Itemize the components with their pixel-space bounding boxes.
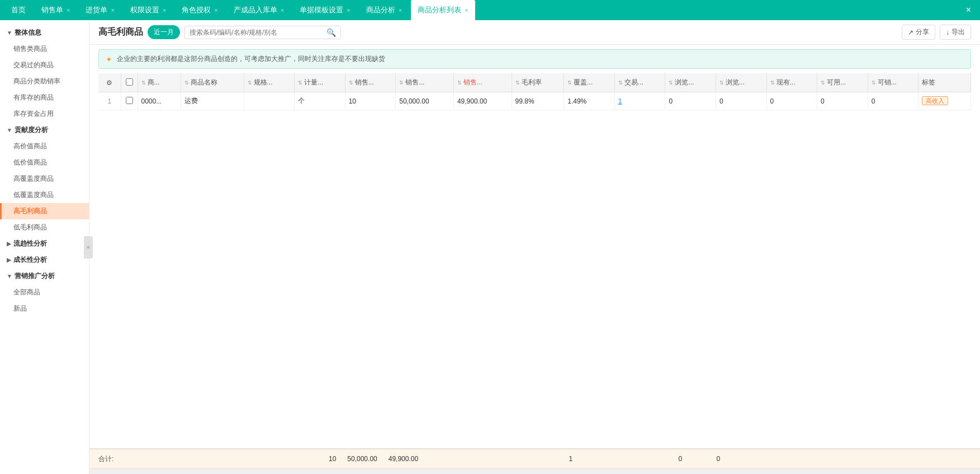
row-saleable: 0 [868, 92, 919, 110]
tab-products-in[interactable]: 产成品入库单 × [227, 0, 291, 20]
table-container: ⚙ ⇅ 商... ⇅ [89, 73, 980, 448]
sidebar-item-category-assist[interactable]: 商品分类助销率 [0, 73, 89, 90]
sidebar-group-growth[interactable]: ▶ 成长性分析 [0, 252, 89, 268]
search-icon: 🔍 [326, 28, 336, 37]
chevron-down-icon: ▼ [7, 30, 12, 36]
tab-products-in-close[interactable]: × [281, 7, 284, 13]
col-available[interactable]: ⇅ 可用... [817, 73, 868, 92]
col-transaction[interactable]: ⇅ 交易... [614, 73, 665, 92]
chevron-down-icon-3: ▼ [7, 273, 12, 279]
col-settings[interactable]: ⚙ [98, 73, 121, 92]
col-name[interactable]: ⇅ 商品名称 [181, 73, 244, 92]
share-button[interactable]: ↗ 分享 [902, 25, 935, 40]
sidebar-group-contribution[interactable]: ▼ 贡献度分析 [0, 122, 89, 138]
sidebar-item-high-coverage[interactable]: 高覆盖度商品 [0, 171, 89, 187]
col-code[interactable]: ⇅ 商... [138, 73, 181, 92]
sidebar-item-high-value[interactable]: 高价值商品 [0, 138, 89, 154]
row-current: 0 [766, 92, 817, 110]
tab-home[interactable]: 首页 [4, 0, 32, 20]
sidebar-group-marketing[interactable]: ▼ 营销推广分析 [0, 268, 89, 284]
tab-analysis-list[interactable]: 商品分析列表 × [411, 0, 475, 20]
col-unit[interactable]: ⇅ 计量... [295, 73, 345, 92]
tag-badge: 高收入 [922, 96, 948, 105]
tab-sales-close[interactable]: × [67, 7, 70, 13]
tab-roles-close[interactable]: × [214, 7, 217, 13]
row-tag: 高收入 [919, 92, 971, 110]
tab-analysis-list-close[interactable]: × [465, 7, 468, 13]
tab-product-analysis-label: 商品分析 [366, 5, 395, 15]
tab-permissions-close[interactable]: × [163, 7, 166, 13]
col-sort-icon-7: ⇅ [457, 80, 462, 86]
sidebar-item-new-goods[interactable]: 新品 [0, 301, 89, 317]
sidebar-item-low-value[interactable]: 低价值商品 [0, 154, 89, 171]
tab-purchase-close[interactable]: × [111, 7, 114, 13]
col-sort-icon: ⇅ [141, 80, 146, 86]
sidebar: ▼ 整体信息 销售类商品 交易过的商品 商品分类助销率 有库存的商品 库存资金占… [0, 20, 89, 474]
tab-product-analysis[interactable]: 商品分析 × [359, 0, 409, 20]
select-all-checkbox[interactable] [126, 78, 133, 86]
col-sales1[interactable]: ⇅ 销售... [345, 73, 396, 92]
sidebar-item-high-margin[interactable]: 高毛利商品 [0, 203, 89, 219]
col-sort-icon-3: ⇅ [248, 80, 252, 86]
col-current[interactable]: ⇅ 现有... [766, 73, 817, 92]
col-sales2[interactable]: ⇅ 销售... [396, 73, 454, 92]
col-coverage[interactable]: ⇅ 覆盖... [564, 73, 615, 92]
footer-current: 0 [652, 455, 685, 463]
row-browse1: 0 [665, 92, 716, 110]
export-button[interactable]: ↓ 导出 [940, 25, 971, 40]
row-checkbox[interactable] [126, 97, 133, 104]
col-sort-icon-12: ⇅ [719, 80, 724, 86]
row-available: 0 [817, 92, 868, 110]
row-sales1: 10 [345, 92, 396, 110]
sidebar-group-overall[interactable]: ▼ 整体信息 [0, 25, 89, 41]
tab-roles[interactable]: 角色授权 × [175, 0, 224, 20]
col-tag: 标签 [919, 73, 971, 92]
sidebar-item-sales-goods[interactable]: 销售类商品 [0, 41, 89, 57]
row-unit: 个 [295, 92, 345, 110]
col-browse1[interactable]: ⇅ 浏览... [665, 73, 716, 92]
col-checkbox [121, 73, 138, 92]
top-nav-bar: 首页 销售单 × 进货单 × 权限设置 × 角色授权 × 产成品入库单 × 单据… [0, 0, 980, 20]
bottom-scrollbar[interactable] [89, 468, 980, 474]
col-sort-icon-9: ⇅ [567, 80, 572, 86]
row-transaction: 1 [614, 92, 665, 110]
table-footer: 合计: 10 50,000.00 49,900.00 1 0 0 [89, 448, 980, 468]
window-close-button[interactable]: × [962, 3, 976, 17]
sidebar-item-low-margin[interactable]: 低毛利商品 [0, 219, 89, 236]
footer-sales2: 50,000.00 [344, 455, 380, 463]
sidebar-group-trend[interactable]: ▶ 流趋性分析 [0, 236, 89, 252]
tab-product-analysis-close[interactable]: × [399, 7, 402, 13]
tab-template-close[interactable]: × [347, 7, 350, 13]
row-gross-rate: 99.8% [512, 92, 564, 110]
col-browse2[interactable]: ⇅ 浏览... [716, 73, 766, 92]
info-icon: ✦ [106, 55, 112, 64]
col-saleable[interactable]: ⇅ 可销... [868, 73, 919, 92]
sidebar-item-all-goods[interactable]: 全部商品 [0, 284, 89, 301]
footer-label: 合计: [98, 454, 113, 464]
col-gross-rate[interactable]: ⇅ 毛利率 [512, 73, 564, 92]
col-spec[interactable]: ⇅ 规格... [244, 73, 295, 92]
sidebar-group-growth-label: 成长性分析 [13, 255, 47, 265]
row-sales3: 49,900.00 [453, 92, 512, 110]
page-title: 高毛利商品 [98, 26, 143, 38]
sidebar-item-stock-capital[interactable]: 库存资金占用 [0, 106, 89, 122]
sidebar-group-contribution-label: 贡献度分析 [15, 125, 48, 135]
transaction-link[interactable]: 1 [618, 97, 622, 105]
export-icon: ↓ [946, 29, 949, 36]
tab-sales[interactable]: 销售单 × [35, 0, 77, 20]
tab-purchase[interactable]: 进货单 × [79, 0, 121, 20]
tab-template[interactable]: 单据模板设置 × [293, 0, 357, 20]
info-banner: ✦ 企业的主要的利润都是这部分商品创造的，可考虑加大推广，同时关注库存是不要出现… [98, 49, 971, 69]
sidebar-item-stock-goods[interactable]: 有库存的商品 [0, 90, 89, 106]
table-row: 1 0000... 运费 个 10 50,000.00 49,900.00 99… [98, 92, 971, 110]
sidebar-item-low-coverage[interactable]: 低覆盖度商品 [0, 187, 89, 203]
filter-recent-month-button[interactable]: 近一月 [148, 25, 180, 39]
search-input[interactable] [190, 29, 324, 36]
tab-permissions[interactable]: 权限设置 × [124, 0, 173, 20]
content-area: 高毛利商品 近一月 🔍 ↗ 分享 ↓ 导出 ✦ 企业的主要的利润都是这部分商品创… [89, 20, 980, 474]
sidebar-collapse-button[interactable]: « [84, 236, 93, 259]
tab-products-in-label: 产成品入库单 [234, 5, 277, 15]
col-sales3[interactable]: ⇅ 销售... [453, 73, 512, 92]
row-code[interactable]: 0000... [138, 92, 181, 110]
sidebar-item-traded-goods[interactable]: 交易过的商品 [0, 57, 89, 73]
